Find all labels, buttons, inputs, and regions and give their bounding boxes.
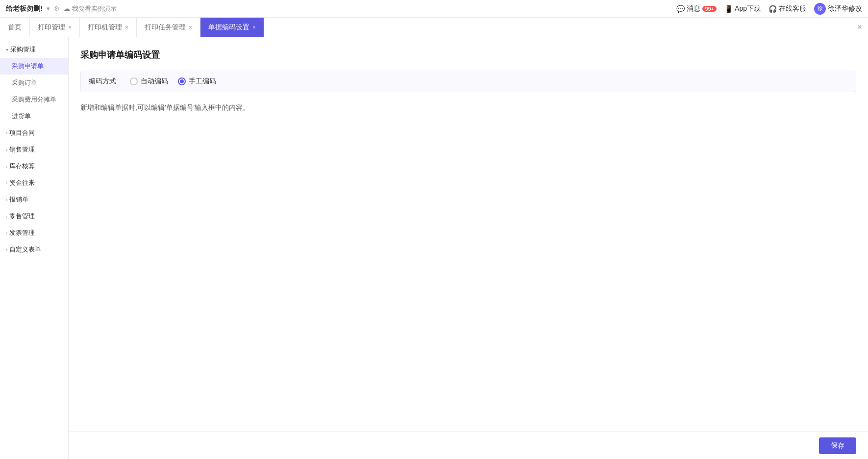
search-area[interactable]: ☁ 我要看实例演示 [64,4,117,13]
sidebar-group-return-title[interactable]: › 报销单 [0,191,68,208]
top-bar: 给老板勿删! ▾ ⚙ ☁ 我要看实例演示 💬 消息 99+ 📱 App下载 🎧 … [0,0,868,18]
dropdown-icon[interactable]: ▾ [47,5,50,12]
tab-print-manage-close[interactable]: × [68,24,72,31]
sidebar-group-project: › 项目合同 [0,125,68,141]
message-label: 消息 [687,4,700,13]
sidebar-group-return: › 报销单 [0,191,68,208]
sidebar-group-custom-form-label: 自定义表单 [9,245,41,254]
sidebar-group-invoice-title[interactable]: › 发票管理 [0,225,68,241]
sidebar-group-invoice: › 发票管理 [0,225,68,241]
radio-manual-label: 手工编码 [189,77,216,86]
sidebar-group-sales-label: 销售管理 [9,145,35,154]
tab-print-task[interactable]: 打印任务管理 × [137,18,200,37]
sidebar-group-retail: › 零售管理 [0,208,68,225]
tab-printer-manage-close[interactable]: × [125,24,128,31]
radio-auto-label: 自动编码 [141,77,168,86]
sidebar-group-retail-label: 零售管理 [9,212,35,221]
sidebar-group-custom-form: › 自定义表单 [0,241,68,258]
sidebar-group-purchase-title[interactable]: ▾ 采购管理 [0,41,68,58]
tab-printer-manage[interactable]: 打印机管理 × [80,18,137,37]
search-label: 我要看实例演示 [72,4,117,13]
message-badge: 99+ [702,6,717,12]
sidebar-group-capital-title[interactable]: › 资金往来 [0,175,68,191]
sidebar-group-capital-label: 资金往来 [9,178,35,187]
expand-arrow-retail: › [6,214,7,219]
tab-print-task-close[interactable]: × [189,24,192,31]
message-action[interactable]: 💬 消息 99+ [676,4,717,13]
expand-arrow-project: › [6,130,7,136]
sidebar-group-purchase-label: 采购管理 [10,45,36,54]
sidebar-group-purchase: ▾ 采购管理 采购申请单 采购订单 采购费用分摊单 进货单 [0,41,68,125]
sidebar-group-inventory-title[interactable]: › 库存核算 [0,158,68,175]
content: 采购申请单编码设置 编码方式 自动编码 手工编码 新增和编辑单据时,可以编辑'单… [69,37,868,459]
user-profile[interactable]: 徐 徐泽华修改 [814,3,862,15]
content-footer: 保存 [69,432,868,459]
sidebar-item-purchase-expense[interactable]: 采购费用分摊单 [0,91,68,108]
expand-arrow-purchase: ▾ [6,47,8,52]
sidebar-group-project-label: 项目合同 [9,128,35,137]
avatar: 徐 [814,3,826,15]
sidebar-item-purchase-order-label: 采购订单 [12,79,37,86]
sidebar-item-goods-receipt-label: 进货单 [12,112,31,120]
sidebar-group-inventory-label: 库存核算 [9,162,35,171]
radio-auto-circle [130,77,138,85]
cloud-icon: ☁ [64,5,70,12]
description-text: 新增和编辑单据时,可以编辑'单据编号'输入框中的内容。 [80,102,856,113]
tab-print-manage-label: 打印管理 [38,23,65,32]
sidebar-item-purchase-request-label: 采购申请单 [12,62,44,70]
expand-arrow-capital: › [6,180,7,186]
expand-arrow-invoice: › [6,230,7,236]
sidebar-group-invoice-label: 发票管理 [9,229,35,237]
tab-home[interactable]: 首页 [0,18,30,37]
page-title: 采购申请单编码设置 [80,49,856,61]
expand-arrow-custom-form: › [6,247,7,253]
top-bar-left: 给老板勿删! ▾ ⚙ ☁ 我要看实例演示 [6,4,117,13]
user-name: 徐泽华修改 [828,4,862,13]
sidebar-item-goods-receipt[interactable]: 进货单 [0,108,68,125]
app-download-label: App下载 [735,4,761,13]
radio-auto-encode[interactable]: 自动编码 [130,77,168,86]
mobile-icon: 📱 [724,5,733,13]
app-download-action[interactable]: 📱 App下载 [724,4,761,13]
sidebar-group-capital: › 资金往来 [0,175,68,191]
radio-manual-circle [178,77,186,85]
sidebar-item-purchase-request[interactable]: 采购申请单 [0,58,68,75]
encode-section: 编码方式 自动编码 手工编码 [80,71,856,92]
content-main: 采购申请单编码设置 编码方式 自动编码 手工编码 新增和编辑单据时,可以编辑'单… [69,37,868,432]
expand-arrow-return: › [6,197,7,203]
sidebar-group-project-title[interactable]: › 项目合同 [0,125,68,141]
sidebar-group-inventory: › 库存核算 [0,158,68,175]
radio-manual-encode[interactable]: 手工编码 [178,77,216,86]
tab-single-code[interactable]: 单据编码设置 × [200,18,264,37]
tab-single-code-close[interactable]: × [252,24,256,31]
tab-bar: 首页 打印管理 × 打印机管理 × 打印任务管理 × 单据编码设置 × × [0,18,868,37]
sidebar-group-sales: › 销售管理 [0,141,68,158]
top-bar-right: 💬 消息 99+ 📱 App下载 🎧 在线客服 徐 徐泽华修改 [676,3,862,15]
expand-arrow-sales: › [6,147,7,153]
sidebar-item-purchase-expense-label: 采购费用分摊单 [12,96,56,103]
sidebar-group-retail-title[interactable]: › 零售管理 [0,208,68,225]
customer-service-label: 在线客服 [779,4,806,13]
sidebar-group-sales-title[interactable]: › 销售管理 [0,141,68,158]
expand-arrow-inventory: › [6,164,7,169]
sidebar-group-return-label: 报销单 [9,195,28,204]
sidebar-group-custom-form-title[interactable]: › 自定义表单 [0,241,68,258]
settings-icon[interactable]: ⚙ [54,5,60,12]
sidebar-item-purchase-order[interactable]: 采购订单 [0,75,68,91]
save-button[interactable]: 保存 [819,437,856,454]
sidebar: ▾ 采购管理 采购申请单 采购订单 采购费用分摊单 进货单 › 项目合同 [0,37,69,459]
customer-service-action[interactable]: 🎧 在线客服 [769,4,806,13]
brand-label: 给老板勿删! [6,4,43,13]
tab-print-task-label: 打印任务管理 [145,23,186,32]
window-close-button[interactable]: × [851,22,868,32]
tab-printer-manage-label: 打印机管理 [88,23,122,32]
headset-icon: 🎧 [769,5,777,13]
tab-print-manage[interactable]: 打印管理 × [30,18,80,37]
encode-label: 编码方式 [89,77,116,86]
tab-single-code-label: 单据编码设置 [208,23,249,32]
main-layout: ▾ 采购管理 采购申请单 采购订单 采购费用分摊单 进货单 › 项目合同 [0,37,868,459]
message-icon: 💬 [676,5,685,13]
tab-home-label: 首页 [8,23,22,32]
